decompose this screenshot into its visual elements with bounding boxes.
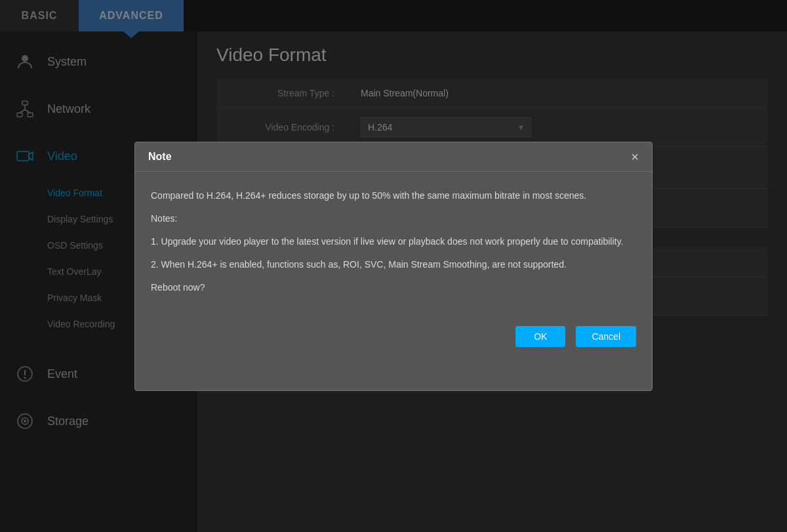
modal-footer: OK Cancel bbox=[135, 316, 652, 358]
modal-overlay: Note × Compared to H.264, H.264+ reduces… bbox=[0, 0, 787, 532]
modal-body: Compared to H.264, H.264+ reduces storag… bbox=[135, 172, 652, 316]
modal-header: Note × bbox=[135, 142, 652, 172]
modal-close-button[interactable]: × bbox=[631, 150, 639, 163]
modal-note1: 1. Upgrade your video player to the late… bbox=[151, 234, 636, 250]
modal-reboot-question: Reboot now? bbox=[151, 279, 636, 296]
modal-title: Note bbox=[148, 151, 172, 163]
cancel-button[interactable]: Cancel bbox=[576, 326, 636, 347]
note-modal: Note × Compared to H.264, H.264+ reduces… bbox=[134, 142, 653, 391]
modal-note2: 2. When H.264+ is enabled, functions suc… bbox=[151, 256, 636, 273]
modal-notes-label: Notes: bbox=[151, 211, 636, 227]
modal-paragraph1: Compared to H.264, H.264+ reduces storag… bbox=[151, 188, 636, 204]
ok-button[interactable]: OK bbox=[515, 326, 565, 347]
